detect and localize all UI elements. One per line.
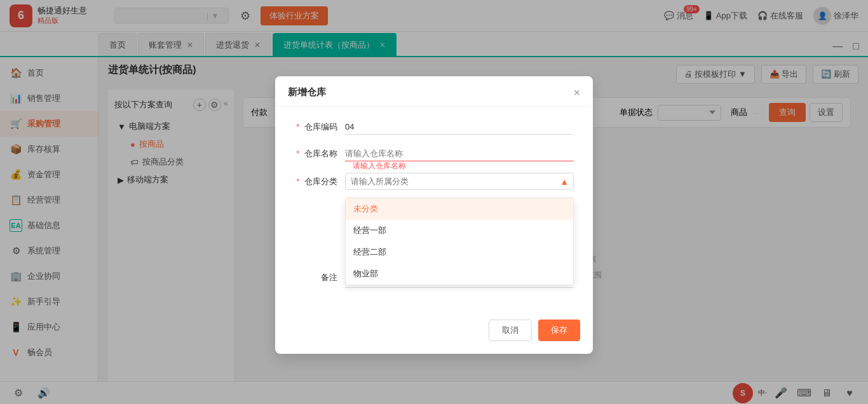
category-input[interactable] <box>345 173 574 190</box>
note-label: 备注 <box>294 272 345 283</box>
code-label: * 仓库编码 <box>294 121 345 133</box>
modal-body: * 仓库编码 * 仓库名称 请输入仓库名称 * <box>275 107 593 312</box>
form-row-code: * 仓库编码 <box>294 119 574 135</box>
dropdown-option-unclassified[interactable]: 未分类 <box>346 198 573 220</box>
name-error-text: 请输入仓库名称 <box>353 161 406 172</box>
dropdown-option-dept3[interactable]: 物业部 <box>346 263 573 285</box>
save-button[interactable]: 保存 <box>538 320 580 341</box>
modal-title: 新增仓库 <box>288 86 326 98</box>
category-toggle-btn[interactable]: ▲ <box>560 177 569 187</box>
modal-close-btn[interactable]: × <box>573 87 580 98</box>
dropdown-option-dept2[interactable]: 经营二部 <box>346 241 573 263</box>
category-label: * 仓库分类 <box>294 176 345 187</box>
name-label: * 仓库名称 <box>294 148 345 159</box>
new-warehouse-modal: 新增仓库 × * 仓库编码 * 仓库名称 <box>275 76 593 354</box>
code-required-star: * <box>296 122 299 131</box>
code-label-text: 仓库编码 <box>304 122 337 131</box>
form-row-category: * 仓库分类 ▲ <box>294 173 574 190</box>
category-dropdown: 未分类 经营一部 经营二部 物业部 <box>345 198 574 285</box>
name-required-star: * <box>296 149 299 158</box>
note-label-text: 备注 <box>321 273 337 282</box>
form-row-name: * 仓库名称 请输入仓库名称 <box>294 146 574 161</box>
modal-footer: 取消 保存 <box>275 312 593 354</box>
category-input-wrapper: ▲ <box>345 173 574 190</box>
name-label-text: 仓库名称 <box>304 149 337 158</box>
code-input[interactable] <box>345 119 574 135</box>
dropdown-option-dept1[interactable]: 经营一部 <box>346 220 573 241</box>
modal-header: 新增仓库 × <box>275 76 593 107</box>
name-input[interactable] <box>345 146 574 161</box>
cancel-button[interactable]: 取消 <box>489 320 532 341</box>
modal-overlay[interactable]: 新增仓库 × * 仓库编码 * 仓库名称 <box>0 0 868 404</box>
category-label-text: 仓库分类 <box>304 177 337 186</box>
category-required-star: * <box>296 177 299 186</box>
